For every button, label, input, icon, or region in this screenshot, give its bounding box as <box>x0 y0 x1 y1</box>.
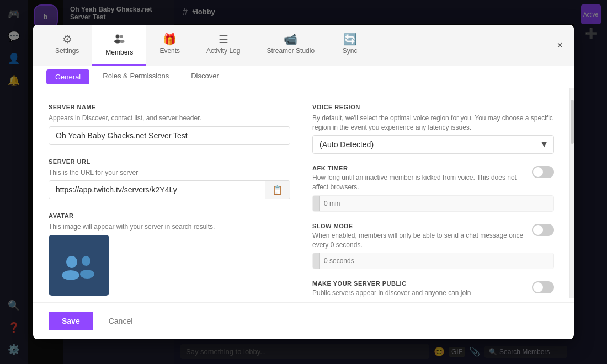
sub-tab-roles[interactable]: Roles & Permissions <box>92 66 180 88</box>
afk-timer-group: AFK TIMER How long until an inactive mem… <box>312 165 554 212</box>
afk-timer-desc: How long until an inactive member is kic… <box>312 173 525 192</box>
tab-members[interactable]: Members <box>92 25 146 66</box>
tab-settings-label: Settings <box>55 47 79 55</box>
modal-overlay: ⚙ Settings Members 🎁 Events <box>0 0 607 364</box>
tab-settings[interactable]: ⚙ Settings <box>42 25 92 66</box>
slow-mode-toggle-row: SLOW MODE When enabled, members will onl… <box>312 223 554 250</box>
make-public-label: MAKE YOUR SERVER PUBLIC <box>312 280 471 287</box>
avatar-desc: This image will appear with your server … <box>49 222 290 232</box>
left-column: SERVER NAME Appears in Discover, contact… <box>49 104 290 298</box>
svg-point-1 <box>120 35 123 38</box>
server-name-group: SERVER NAME Appears in Discover, contact… <box>49 104 290 145</box>
tab-activity-log[interactable]: ☰ Activity Log <box>193 25 253 66</box>
tab-activity-label: Activity Log <box>206 47 240 55</box>
voice-region-label: VOICE REGION <box>312 104 554 110</box>
server-name-desc: Appears in Discover, contact list, and s… <box>49 114 290 123</box>
tab-sync[interactable]: 🔄 Sync <box>328 25 372 66</box>
afk-timer-info: AFK TIMER How long until an inactive mem… <box>312 165 525 192</box>
modal-scrollbar[interactable] <box>569 88 574 298</box>
right-column: VOICE REGION By default, we'll select th… <box>312 104 554 298</box>
tab-members-label: Members <box>105 49 133 56</box>
server-url-desc: This is the URL for your server <box>49 168 290 178</box>
slow-mode-slider[interactable]: 0 seconds <box>312 253 554 269</box>
afk-timer-slider[interactable]: 0 min <box>312 195 554 212</box>
url-copy-button[interactable]: 📋 <box>265 181 290 199</box>
sub-tab-bar: General Roles & Permissions Discover <box>33 66 574 88</box>
members-tab-icon <box>113 33 125 46</box>
afk-timer-toggle[interactable] <box>532 166 554 178</box>
afk-timer-label: AFK TIMER <box>312 165 525 172</box>
slow-mode-group: SLOW MODE When enabled, members will onl… <box>312 223 554 270</box>
server-name-input[interactable] <box>49 126 290 145</box>
sub-tab-general[interactable]: General <box>46 69 89 84</box>
slow-slider-handle[interactable] <box>313 253 320 269</box>
svg-point-0 <box>116 34 120 38</box>
modal-tab-bar: ⚙ Settings Members 🎁 Events <box>33 25 574 66</box>
tab-streamer-studio[interactable]: 📹 Streamer Studio <box>253 25 328 66</box>
avatar-upload[interactable] <box>49 235 109 296</box>
afk-timer-toggle-row: AFK TIMER How long until an inactive mem… <box>312 165 554 192</box>
activity-tab-icon: ☰ <box>219 34 228 45</box>
cancel-button[interactable]: Cancel <box>100 312 142 330</box>
server-url-label: SERVER URL <box>49 158 290 165</box>
svg-point-6 <box>62 270 79 280</box>
afk-slider-track: 0 min <box>320 196 553 211</box>
slow-slider-track: 0 seconds <box>320 253 553 269</box>
copy-icon: 📋 <box>272 185 283 195</box>
afk-slider-value: 0 min <box>324 200 340 207</box>
tab-events[interactable]: 🎁 Events <box>146 25 193 66</box>
svg-point-4 <box>66 256 77 268</box>
avatar-group: AVATAR This image will appear with your … <box>49 212 290 296</box>
server-url-input[interactable] <box>49 181 265 199</box>
settings-tab-icon: ⚙ <box>62 34 72 45</box>
make-public-info: MAKE YOUR SERVER PUBLIC Public servers a… <box>312 280 471 298</box>
server-name-label: SERVER NAME <box>49 104 290 110</box>
voice-region-desc: By default, we'll select the optimal voi… <box>312 114 554 132</box>
scroll-thumb <box>571 100 574 144</box>
modal-body: SERVER NAME Appears in Discover, contact… <box>33 88 569 298</box>
streamer-tab-icon: 📹 <box>284 34 297 45</box>
slow-slider-value: 0 seconds <box>324 257 354 265</box>
url-input-wrap: 📋 <box>49 180 290 199</box>
slow-mode-info: SLOW MODE When enabled, members will onl… <box>312 223 525 250</box>
server-url-group: SERVER URL This is the URL for your serv… <box>49 158 290 200</box>
slow-mode-desc: When enabled, members will only be able … <box>312 231 525 250</box>
make-public-group: MAKE YOUR SERVER PUBLIC Public servers a… <box>312 280 554 298</box>
modal-close-button[interactable]: × <box>552 38 567 52</box>
svg-point-5 <box>82 256 90 266</box>
slow-mode-toggle[interactable] <box>532 224 554 236</box>
svg-point-7 <box>80 270 94 279</box>
modal-footer: Save Cancel <box>33 302 574 339</box>
sub-tab-discover[interactable]: Discover <box>180 66 230 88</box>
tab-events-label: Events <box>159 47 180 55</box>
make-public-toggle-row: MAKE YOUR SERVER PUBLIC Public servers a… <box>312 280 554 298</box>
make-public-desc: Public servers appear in discover and an… <box>312 288 471 298</box>
svg-point-3 <box>120 40 125 43</box>
tab-sync-label: Sync <box>343 47 358 55</box>
events-tab-icon: 🎁 <box>163 34 177 45</box>
make-public-toggle[interactable] <box>532 281 554 293</box>
avatar-icon <box>60 249 98 282</box>
avatar-label: AVATAR <box>49 212 290 219</box>
sync-tab-icon: 🔄 <box>343 34 357 45</box>
voice-region-select-wrap: (Auto Detected) US East US West Europe A… <box>312 135 554 154</box>
save-button[interactable]: Save <box>49 312 93 330</box>
tab-streamer-label: Streamer Studio <box>267 47 315 55</box>
voice-region-group: VOICE REGION By default, we'll select th… <box>312 104 554 154</box>
slow-mode-label: SLOW MODE <box>312 223 525 229</box>
voice-region-select[interactable]: (Auto Detected) US East US West Europe A… <box>312 135 554 154</box>
afk-slider-handle[interactable] <box>313 196 320 211</box>
server-settings-modal: ⚙ Settings Members 🎁 Events <box>33 25 574 340</box>
